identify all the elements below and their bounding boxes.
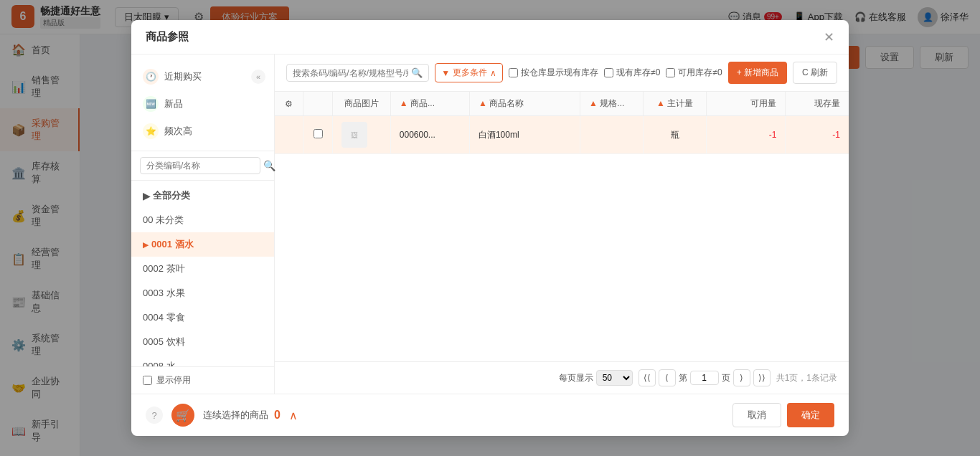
category-all[interactable]: ▶ 全部分类 — [131, 184, 274, 208]
col-image-label: 商品图片 — [344, 98, 379, 108]
col-stock-header: 现存量 — [786, 92, 849, 116]
row-checkbox-cell — [303, 116, 333, 154]
table-row[interactable]: 🖼 000600... 白酒100ml — [275, 116, 849, 154]
col-unit-header[interactable]: ▲ 主计量 — [644, 92, 707, 116]
dialog-body: 🕐 近期购买 « 🆕 新品 ⭐ 频次高 — [131, 54, 849, 394]
row-product-code: 000600... — [390, 116, 469, 154]
per-page-label: 每页显示 — [559, 372, 593, 384]
product-search-input[interactable] — [293, 68, 408, 78]
dialog-title: 商品参照 — [146, 30, 189, 44]
category-water[interactable]: 0008 水 — [131, 354, 274, 366]
row-product-image: 🖼 — [333, 116, 390, 154]
checkbox-available-stock[interactable]: 可用库存≠0 — [666, 67, 722, 79]
add-product-button[interactable]: + 新增商品 — [728, 62, 787, 84]
collapse-up-icon[interactable]: ∧ — [289, 409, 298, 422]
tab-frequent[interactable]: ⭐ 频次高 — [131, 118, 274, 145]
product-search-bar: 🔍 — [286, 64, 429, 82]
col-name-header[interactable]: ▲ 商品名称 — [469, 92, 580, 116]
total-info: 共1页，1条记录 — [776, 372, 837, 384]
prev-page-btn[interactable]: ⟨ — [659, 369, 676, 386]
col-code-label: 商品... — [410, 98, 435, 108]
filter-expand-icon: ∧ — [490, 68, 496, 78]
last-page-btn[interactable]: ⟩⟩ — [753, 369, 771, 386]
overlay[interactable]: 商品参照 ✕ 🕐 近期购买 « 🆕 新品 — [0, 0, 980, 456]
col-spec-header[interactable]: ▲ 规格... — [580, 92, 644, 116]
category-search-icon[interactable]: 🔍 — [263, 160, 275, 171]
warehouse-stock-checkbox[interactable] — [509, 68, 518, 77]
category-uncategorized[interactable]: 00 未分类 — [131, 208, 274, 232]
tab-recent-purchase[interactable]: 🕐 近期购买 — [140, 63, 251, 90]
page-nav: ⟨⟨ ⟨ 第 页 ⟩ ⟩⟩ — [639, 369, 771, 386]
right-toolbar: 🔍 ▼ 更多条件 ∧ 按仓库显示现有库存 现有库存≠0 — [275, 54, 849, 92]
col-stock-label: 现存量 — [814, 98, 840, 108]
checkbox-warehouse-stock[interactable]: 按仓库显示现有库存 — [509, 67, 598, 79]
display-disabled-checkbox[interactable] — [143, 376, 152, 385]
page-label: 第 — [679, 372, 687, 384]
product-img-placeholder: 🖼 — [341, 122, 367, 148]
col-spec-sort-icon: ▲ — [589, 98, 598, 108]
image-placeholder-icon: 🖼 — [351, 131, 358, 139]
category-list: ▶ 全部分类 00 未分类 ▶ 0001 酒水 0002 茶叶 0003 水果 — [131, 181, 274, 366]
category-liquor-label: 0001 酒水 — [151, 238, 194, 251]
category-search-input[interactable] — [140, 157, 260, 174]
new-product-icon: 🆕 — [143, 96, 159, 112]
product-search-icon[interactable]: 🔍 — [411, 67, 423, 78]
collapse-button[interactable]: « — [251, 70, 265, 84]
cart-icon[interactable]: 🛒 — [171, 404, 194, 427]
dialog-footer: ? 🛒 连续选择的商品 0 ∧ 取消 确定 — [131, 394, 849, 436]
page-number-input[interactable] — [690, 371, 719, 385]
available-qty-value: -1 — [769, 130, 777, 140]
first-page-btn[interactable]: ⟨⟨ — [639, 369, 656, 386]
tab-frequent-label: 频次高 — [164, 125, 192, 138]
next-page-btn[interactable]: ⟩ — [733, 369, 750, 386]
tab-recent-label: 近期购买 — [164, 70, 202, 83]
col-unit-sort-icon: ▲ — [656, 98, 665, 108]
pagination: 每页显示 50 100 ⟨⟨ ⟨ 第 页 ⟩ ⟩⟩ — [275, 361, 849, 394]
checkbox-current-label: 现有库存≠0 — [616, 67, 660, 79]
row-checkbox[interactable] — [314, 129, 323, 138]
available-stock-checkbox[interactable] — [666, 68, 675, 77]
display-disabled-row: 显示停用 — [131, 366, 274, 394]
filter-more-btn[interactable]: ▼ 更多条件 ∧ — [435, 63, 503, 82]
per-page-selector: 每页显示 50 100 — [559, 370, 633, 386]
dialog-close-button[interactable]: ✕ — [824, 31, 834, 44]
active-arrow-icon: ▶ — [143, 241, 149, 249]
confirm-button[interactable]: 确定 — [787, 403, 834, 427]
left-panel: 🕐 近期购买 « 🆕 新品 ⭐ 频次高 — [131, 54, 275, 394]
category-tea-label: 0002 茶叶 — [143, 262, 185, 275]
table-header: ⚙ 商品图片 ▲ 商品... ▲ — [275, 92, 849, 116]
refresh-button[interactable]: C 刷新 — [793, 62, 837, 84]
col-name-label: 商品名称 — [489, 98, 524, 108]
selected-count: 0 — [274, 409, 281, 422]
row-settings — [275, 116, 303, 154]
checkbox-available-label: 可用库存≠0 — [678, 67, 722, 79]
per-page-select[interactable]: 50 100 — [596, 370, 633, 386]
recent-purchase-icon: 🕐 — [143, 69, 159, 85]
selected-info: 连续选择的商品 0 — [203, 409, 281, 422]
product-name-value: 白酒100ml — [479, 130, 519, 140]
display-disabled-label: 显示停用 — [156, 374, 191, 386]
stock-qty-value: -1 — [832, 130, 840, 140]
col-check — [303, 92, 333, 116]
col-spec-label: 规格... — [600, 98, 624, 108]
category-tea[interactable]: 0002 茶叶 — [131, 257, 274, 281]
checkbox-current-stock[interactable]: 现有库存≠0 — [604, 67, 660, 79]
category-snacks[interactable]: 0004 零食 — [131, 305, 274, 330]
col-code-sort-icon: ▲ — [400, 98, 408, 108]
tab-new-product[interactable]: 🆕 新品 — [131, 90, 274, 118]
tab-new-label: 新品 — [164, 98, 183, 110]
product-table: ⚙ 商品图片 ▲ 商品... ▲ — [275, 92, 849, 154]
product-reference-dialog: 商品参照 ✕ 🕐 近期购买 « 🆕 新品 — [131, 20, 849, 436]
col-image-header: 商品图片 — [333, 92, 390, 116]
footer-buttons: 取消 确定 — [732, 403, 834, 427]
current-stock-checkbox[interactable] — [604, 68, 613, 77]
col-code-header[interactable]: ▲ 商品... — [390, 92, 469, 116]
row-available-qty: -1 — [707, 116, 786, 154]
category-fruits[interactable]: 0003 水果 — [131, 281, 274, 305]
category-liquor[interactable]: ▶ 0001 酒水 — [131, 232, 274, 257]
arrow-right-icon: ▶ — [143, 191, 150, 201]
product-unit-value: 瓶 — [671, 130, 679, 140]
help-icon[interactable]: ? — [146, 407, 163, 424]
category-drinks[interactable]: 0005 饮料 — [131, 330, 274, 354]
cancel-button[interactable]: 取消 — [732, 403, 781, 427]
